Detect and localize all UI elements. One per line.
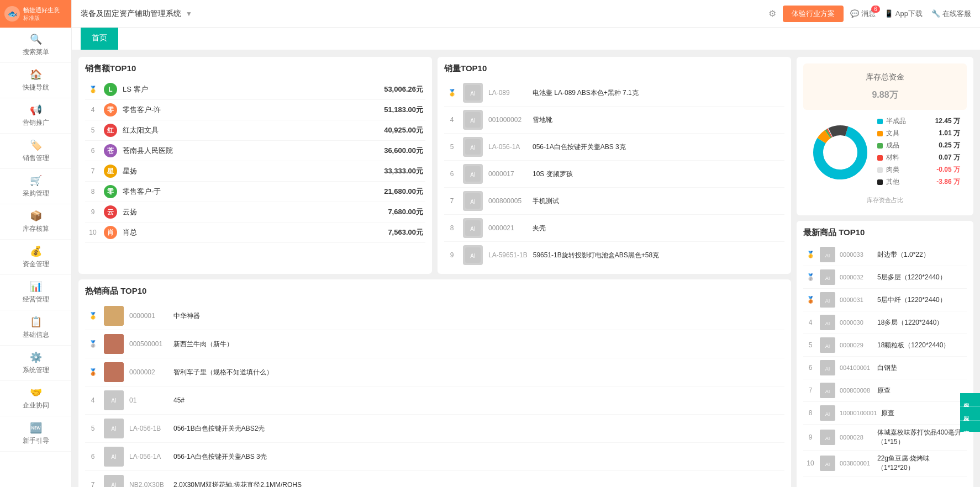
- sidebar-item-sales[interactable]: 🏷️ 销售管理: [0, 134, 71, 169]
- product-name: 电池盖 LA-089 ABS本色+黑种 7.1克: [533, 88, 782, 98]
- product-name: 45#: [173, 396, 782, 404]
- sidebar-item-finance[interactable]: 💰 资金管理: [0, 240, 71, 275]
- product-img: AI: [463, 245, 483, 265]
- float-button[interactable]: 直播: [960, 421, 980, 432]
- marketing-icon: 📢: [30, 104, 42, 116]
- rank-number: 5: [805, 341, 815, 349]
- product-code: 0000033: [840, 251, 873, 258]
- sidebar-item-operations[interactable]: 📊 经营管理: [0, 275, 71, 310]
- newest-product-row: 🥉 AI 0000031 5层中纤（1220*2440）: [803, 289, 967, 311]
- customer-name: LS 客户: [123, 84, 378, 94]
- top-products-sold-title-text: 销量TOP10: [444, 63, 487, 74]
- product-code: 000800005: [488, 197, 527, 205]
- product-img: AI: [820, 430, 835, 445]
- sidebar-nav: 🔍 搜索菜单 🏠 快捷导航 📢 营销推广 🏷️ 销售管理 🛒 采购管理 📦 库存…: [0, 28, 71, 487]
- legend-name: 文具: [886, 129, 935, 138]
- sidebar-logo: 🐟 畅捷通好生意 标准版: [0, 0, 71, 28]
- nav-tabs: 首页: [72, 28, 980, 50]
- sidebar-item-sysadmin[interactable]: ⚙️ 系统管理: [0, 346, 71, 381]
- service-icon: 🔧: [931, 9, 940, 18]
- product-name: 手机测试: [533, 197, 782, 206]
- svg-text:AI: AI: [470, 118, 475, 124]
- sidebar-item-quicknav[interactable]: 🏠 快捷导航: [0, 63, 71, 98]
- top-customer-row: 9 云 云扬 7,680.00元: [85, 202, 425, 223]
- hot-product-row: 7 AI NB2.0X30B 2.0X30MM双搓花轴,搓花直径2.1MM/RO…: [85, 471, 784, 487]
- svg-text:AI: AI: [111, 398, 116, 404]
- product-name: 新西兰牛肉（新牛）: [173, 340, 782, 349]
- top-products-sold-card: 销量TOP10 🥇 AI LA-089 电池盖 LA-089 ABS本色+黑种 …: [438, 57, 791, 274]
- product-name: 2.0X30MM双搓花轴,搓花直径2.1MM/ROHS: [173, 480, 782, 488]
- sidebar-item-inventory[interactable]: 📦 库存核算: [0, 204, 71, 240]
- top-row: 销售额TOP10 🥇 L LS 客户 53,006.26元 4 零 零售客户-许…: [78, 57, 791, 274]
- product-code: LA-056-1A: [129, 453, 168, 460]
- product-img: AI: [820, 405, 835, 421]
- product-img: AI: [820, 247, 835, 262]
- app-download-button[interactable]: 📱 App下载: [884, 9, 923, 19]
- sidebar-item-search[interactable]: 🔍 搜索菜单: [0, 28, 71, 63]
- product-code: 0000030: [840, 319, 873, 326]
- sidebar-item-label-search: 搜索菜单: [23, 47, 49, 57]
- sidebar-item-basicinfo[interactable]: 📋 基础信息: [0, 310, 71, 346]
- product-img: AI: [820, 269, 835, 285]
- inventory-card: 库存总资金 9.88万: [797, 57, 973, 215]
- newest-products-title-text: 最新商品 TOP10: [803, 227, 865, 238]
- top-sold-row: 🥇 AI LA-089 电池盖 LA-089 ABS本色+黑种 7.1克: [444, 80, 784, 107]
- customer-badge: L: [104, 83, 117, 96]
- product-code: 01: [129, 396, 168, 404]
- product-code: 0000017: [488, 170, 527, 178]
- rank-number: 🥇: [805, 251, 815, 258]
- float-button[interactable]: 客服热线: [960, 393, 980, 407]
- rank-number: 9: [805, 433, 815, 441]
- svg-text:AI: AI: [470, 226, 475, 232]
- messages-button[interactable]: 💬 消息 6: [850, 9, 876, 19]
- inventory-label: 库存总资金: [812, 72, 958, 82]
- svg-text:AI: AI: [825, 389, 830, 394]
- legend-value: 12.45 万: [935, 117, 960, 126]
- sidebar-item-marketing[interactable]: 📢 营销推广: [0, 98, 71, 134]
- customer-amount: 53,006.26元: [384, 84, 423, 94]
- sysadmin-icon: ⚙️: [30, 351, 42, 363]
- product-img: AI: [463, 110, 483, 130]
- legend-name: 半成品: [886, 117, 932, 126]
- trial-button[interactable]: 体验行业方案: [783, 6, 844, 22]
- customer-name: 零售客户-于: [123, 187, 378, 197]
- rank-number: 6: [805, 364, 815, 372]
- sidebar-item-enterprise[interactable]: 🤝 企业协同: [0, 381, 71, 416]
- customer-amount: 33,333.00元: [384, 166, 423, 176]
- sidebar-item-guide[interactable]: 🆕 新手引导: [0, 416, 71, 452]
- online-service-button[interactable]: 🔧 在线客服: [931, 9, 971, 19]
- product-img: AI: [104, 419, 124, 438]
- content: 销售额TOP10 🥇 L LS 客户 53,006.26元 4 零 零售客户-许…: [72, 50, 980, 487]
- product-code: LA-056-1A: [488, 143, 527, 151]
- legend-dot: [877, 167, 883, 173]
- customer-name: 云扬: [123, 207, 382, 217]
- rank-number: 4: [805, 319, 815, 326]
- float-button[interactable]: 服务社区: [960, 407, 980, 421]
- product-name: 智利车子里（规格不知道填什么）: [173, 368, 782, 377]
- product-code: 0000028: [840, 434, 873, 441]
- top-products-sold-list: 🥇 AI LA-089 电池盖 LA-089 ABS本色+黑种 7.1克 4 A…: [444, 80, 784, 267]
- sidebar-item-label-operations: 经营管理: [23, 295, 49, 304]
- sidebar-item-label-guide: 新手引导: [23, 436, 49, 446]
- rank-number: 🥇: [446, 89, 457, 97]
- hot-products-list: 🥇 0000001 中华神器 🥈 000500001 新西兰牛肉（新牛） 🥉 0…: [85, 302, 784, 487]
- hot-product-row: 6 AI LA-056-1A 056-1A白色按键开关盖ABS 3壳: [85, 443, 784, 471]
- rank-number: 10: [805, 459, 815, 467]
- top-customer-row: 5 红 红太阳文具 40,925.00元: [85, 120, 425, 141]
- legend-value: -0.05 万: [936, 165, 960, 174]
- svg-rect-14: [104, 306, 124, 326]
- system-name-text: 装备及固定资产辅助管理系统: [81, 9, 181, 19]
- dropdown-icon[interactable]: ▼: [186, 10, 192, 18]
- tab-home[interactable]: 首页: [81, 28, 118, 50]
- product-img: AI: [463, 83, 483, 103]
- online-service-label: 在线客服: [942, 9, 971, 19]
- operations-icon: 📊: [30, 280, 42, 293]
- sidebar-item-purchase[interactable]: 🛒 采购管理: [0, 169, 71, 204]
- svg-text:AI: AI: [825, 366, 830, 372]
- purchase-icon: 🛒: [30, 174, 42, 187]
- svg-rect-16: [104, 362, 124, 382]
- gear-button[interactable]: ⚙: [768, 8, 776, 19]
- legend-name: 材料: [886, 153, 935, 162]
- product-img: [104, 306, 124, 326]
- float-buttons: 客服热线服务社区直播: [960, 393, 980, 432]
